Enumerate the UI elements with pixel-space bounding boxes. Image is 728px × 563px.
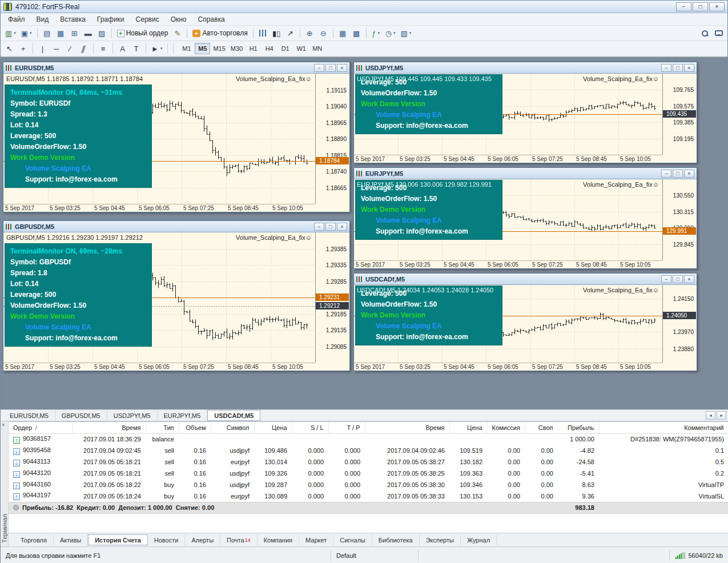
- chart-window-titlebar[interactable]: GBPUSDf,M5−□×: [3, 221, 349, 232]
- terminal-tab-experts[interactable]: Эксперты: [420, 534, 461, 545]
- terminal-button[interactable]: ▬: [82, 27, 95, 39]
- search-button[interactable]: [698, 27, 711, 39]
- chart-restore-button[interactable]: □: [673, 170, 683, 178]
- chart-tab-usdcadf-m5[interactable]: USDCADf,M5: [207, 410, 260, 421]
- column-header-sl[interactable]: S / L: [292, 422, 328, 433]
- zoom-out-button[interactable]: ⊖: [317, 27, 330, 39]
- chart-tab-eurjpyf-m5[interactable]: EURJPYf,M5: [158, 410, 208, 421]
- chart-line-button[interactable]: ↗: [284, 27, 297, 39]
- cursor-tool-button[interactable]: ↖: [3, 42, 16, 55]
- menu-help[interactable]: Справка: [192, 14, 231, 25]
- menu-file[interactable]: Файл: [2, 14, 31, 25]
- timeframe-mn-button[interactable]: MN: [309, 43, 325, 54]
- menu-service[interactable]: Сервис: [130, 14, 165, 25]
- terminal-close-icon[interactable]: ×: [2, 423, 5, 428]
- chart-window-titlebar[interactable]: USDJPYf,M5−□×: [354, 62, 697, 74]
- column-header-swap[interactable]: Своп: [525, 422, 558, 433]
- chart-window-titlebar[interactable]: EURUSDf,M5−□×: [3, 62, 349, 74]
- menu-view[interactable]: Вид: [31, 14, 55, 25]
- column-header-open-price[interactable]: Цена: [254, 422, 292, 433]
- column-header-profit[interactable]: Прибыль: [558, 422, 599, 433]
- chat-button[interactable]: [712, 27, 725, 39]
- market-watch-button[interactable]: ▤: [41, 27, 54, 39]
- new-order-button[interactable]: +Новый ордер: [115, 27, 171, 39]
- terminal-tab-alerts[interactable]: Алерты: [185, 534, 220, 545]
- chart-window-titlebar[interactable]: EURJPYf,M5−□×: [354, 168, 697, 179]
- window-minimize-button[interactable]: −: [676, 2, 691, 11]
- chart-window-titlebar[interactable]: USDCADf,M5−□×: [354, 274, 697, 285]
- column-header-type[interactable]: Тип: [146, 422, 179, 433]
- chart-restore-button[interactable]: □: [673, 275, 683, 283]
- horizontal-line-tool-button[interactable]: ─: [50, 42, 63, 55]
- chart-minimize-button[interactable]: −: [661, 64, 671, 72]
- chart-tab-gbpusdf-m5[interactable]: GBPUSDf,M5: [55, 410, 107, 421]
- timeframe-m5-button[interactable]: M5: [195, 43, 210, 54]
- terminal-tab-journal[interactable]: Журнал: [461, 534, 497, 545]
- timeframe-w1-button[interactable]: W1: [293, 43, 309, 54]
- terminal-tab-news[interactable]: Новости: [148, 534, 186, 545]
- window-maximize-button[interactable]: □: [693, 2, 708, 11]
- timeframe-h4-button[interactable]: H4: [262, 43, 277, 54]
- metaeditor-button[interactable]: ✎: [171, 27, 184, 39]
- templates-button[interactable]: ▧▾: [399, 27, 414, 39]
- menu-insert[interactable]: Вставка: [54, 14, 91, 25]
- terminal-tab-assets[interactable]: Активы: [54, 534, 88, 545]
- profiles-button[interactable]: ▣▾: [19, 27, 34, 39]
- scroll-left-icon[interactable]: ◂: [706, 411, 715, 420]
- periods-button[interactable]: ◷▾: [383, 27, 398, 39]
- chart-minimize-button[interactable]: −: [661, 275, 671, 283]
- chart-close-button[interactable]: ×: [337, 64, 347, 72]
- data-window-button[interactable]: ▦: [54, 27, 67, 39]
- column-header-volume[interactable]: Объем: [179, 422, 211, 433]
- history-row[interactable]: ↑904431972017.09.05 05:18:24buy0.16eurjp…: [9, 490, 728, 502]
- chart-minimize-button[interactable]: −: [314, 64, 324, 72]
- chart-restore-button[interactable]: □: [673, 64, 683, 72]
- chart-candles-button[interactable]: ▮▯: [270, 27, 283, 39]
- terminal-tab-library[interactable]: Библиотека: [372, 534, 420, 545]
- menu-window[interactable]: Окно: [165, 14, 192, 25]
- menu-charts[interactable]: Графики: [91, 14, 130, 25]
- chart-window-eurusd[interactable]: EURUSDf,M5−□×EURUSDf,M5 1.18785 1.18792 …: [3, 62, 350, 212]
- terminal-tab-account-history[interactable]: История Счета: [88, 534, 148, 545]
- text-tool-button[interactable]: A: [116, 42, 129, 55]
- chart-window-usdcad[interactable]: USDCADf,M5−□×USDCADf,M5 1.24034 1.24053 …: [353, 273, 697, 371]
- column-header-comment[interactable]: Комментарий: [599, 422, 728, 433]
- chart-window-usdjpy[interactable]: USDJPYf,M5−□×USDJPYf,M5 109.445 109.445 …: [353, 62, 697, 163]
- crosshair-tool-button[interactable]: +: [17, 42, 30, 55]
- window-titlebar[interactable]: 479102: FortFS-Real − □ ×: [1, 1, 727, 13]
- text-label-tool-button[interactable]: T: [130, 42, 143, 55]
- cascade-windows-button[interactable]: ▩: [350, 27, 363, 39]
- strategy-tester-button[interactable]: ▨: [95, 27, 108, 39]
- timeframe-m15-button[interactable]: M15: [211, 43, 227, 54]
- history-row[interactable]: ↑904431602017.09.05 05:18:22buy0.16usdjp…: [9, 479, 728, 490]
- chart-minimize-button[interactable]: −: [661, 170, 671, 178]
- terminal-tab-company[interactable]: Компания: [258, 534, 299, 545]
- terminal-tab-mailbox[interactable]: Почта14: [220, 534, 258, 545]
- timeframe-h1-button[interactable]: H1: [246, 43, 261, 54]
- navigator-button[interactable]: ⊞: [68, 27, 81, 39]
- autotrading-button[interactable]: ▸Авто-торговля: [190, 27, 250, 39]
- timeframe-m1-button[interactable]: M1: [179, 43, 194, 54]
- fibonacci-tool-button[interactable]: ≡: [96, 42, 110, 55]
- terminal-tab-trade[interactable]: Торговля: [14, 534, 54, 545]
- history-row[interactable]: ↓903954582017.09.04 09:02:45sell0.16usdj…: [9, 445, 728, 456]
- window-close-button[interactable]: ×: [709, 2, 725, 11]
- chart-tab-usdjpyf-m5[interactable]: USDJPYf,M5: [107, 410, 158, 421]
- chart-close-button[interactable]: ×: [684, 64, 694, 72]
- status-profile[interactable]: Default: [331, 552, 418, 559]
- arrows-tool-button[interactable]: ►▾: [149, 42, 164, 55]
- chart-close-button[interactable]: ×: [684, 170, 694, 178]
- indicators-button[interactable]: ƒ▾: [369, 27, 383, 39]
- chart-restore-button[interactable]: □: [325, 64, 336, 72]
- trendline-tool-button[interactable]: ∕: [63, 42, 77, 55]
- timeframe-d1-button[interactable]: D1: [277, 43, 293, 54]
- channel-tool-button[interactable]: ∥: [77, 42, 90, 55]
- column-header-open-time[interactable]: Время: [73, 422, 146, 433]
- zoom-in-button[interactable]: ⊕: [303, 27, 316, 39]
- history-row[interactable]: ↓904431132017.09.05 05:18:21sell0.16eurj…: [9, 456, 728, 468]
- chart-window-eurjpy[interactable]: EURJPYf,M5−□×EURJPYf,M5 130.006 130.006 …: [353, 167, 697, 269]
- scroll-right-icon[interactable]: ▸: [717, 411, 726, 420]
- column-header-commission[interactable]: Комиссия: [487, 422, 525, 433]
- chart-bars-button[interactable]: [256, 27, 270, 39]
- chart-tab-eurusdf-m5[interactable]: EURUSDf,M5: [3, 410, 55, 421]
